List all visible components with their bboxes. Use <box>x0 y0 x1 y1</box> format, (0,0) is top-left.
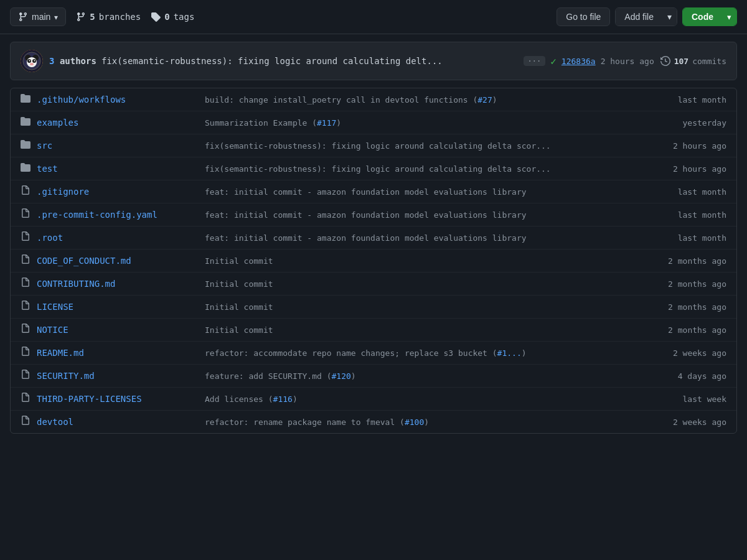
time-cell: 4 days ago <box>639 371 726 381</box>
file-name-cell: README.md <box>21 347 195 359</box>
code-button[interactable]: Code <box>683 8 722 26</box>
file-link[interactable]: NOTICE <box>37 325 68 335</box>
file-link[interactable]: .pre-commit-config.yaml <box>37 210 157 220</box>
commit-link[interactable]: #117 <box>317 118 336 128</box>
branches-icon <box>76 12 86 22</box>
commit-hash-link[interactable]: 126836a <box>561 57 596 66</box>
history-icon <box>660 56 670 66</box>
file-link[interactable]: CODE_OF_CONDUCT.md <box>37 256 131 266</box>
table-row: srcfix(semantic-robustness): fixing logi… <box>11 134 736 157</box>
time-cell: 2 months ago <box>639 325 726 335</box>
folder-icon <box>21 93 31 106</box>
time-cell: 2 weeks ago <box>639 418 726 427</box>
file-icon <box>21 254 31 267</box>
time-cell: 2 months ago <box>639 302 726 312</box>
file-link[interactable]: .root <box>37 233 63 243</box>
add-file-button[interactable]: Add file <box>616 8 662 26</box>
file-icon <box>21 347 31 359</box>
time-cell: last month <box>639 95 726 105</box>
svg-point-8 <box>34 60 35 62</box>
commit-link[interactable]: #116 <box>273 394 293 404</box>
time-cell: 2 hours ago <box>639 141 726 151</box>
file-link[interactable]: LICENSE <box>37 302 73 312</box>
commit-msg-cell: refactor: accommodate repo name changes;… <box>205 348 629 358</box>
commit-msg-cell: feat: initial commit - amazon foundation… <box>205 187 629 197</box>
authors-label: authors <box>60 56 96 66</box>
file-link[interactable]: devtool <box>37 417 73 427</box>
avatar-image <box>21 50 43 72</box>
history-label: commits <box>692 57 726 66</box>
commit-link[interactable]: #100 <box>405 418 424 427</box>
file-name-cell: SECURITY.md <box>21 370 195 382</box>
commit-history: 107 commits <box>660 56 726 66</box>
file-icon <box>21 231 31 244</box>
file-link[interactable]: THIRD-PARTY-LICENSES <box>37 394 142 404</box>
table-row: .gitignorefeat: initial commit - amazon … <box>11 180 736 203</box>
svg-point-7 <box>29 60 31 62</box>
toolbar: main 5 branches 0 tags Go to file Add fi… <box>0 0 747 34</box>
tags-link[interactable]: 0 tags <box>151 12 194 22</box>
file-table: .github/workflowsbuild: change install_p… <box>10 88 737 434</box>
time-cell: last month <box>639 210 726 220</box>
folder-icon <box>21 162 31 175</box>
file-name-cell: NOTICE <box>21 324 195 336</box>
go-to-file-button[interactable]: Go to file <box>557 7 610 26</box>
branch-count: 5 <box>90 12 95 22</box>
table-row: examplesSummarization Example (#117)yest… <box>11 111 736 134</box>
add-file-dropdown-button[interactable]: ▾ <box>662 8 677 26</box>
branch-chevron-icon <box>54 12 58 22</box>
file-name-cell: CONTRIBUTING.md <box>21 278 195 290</box>
toolbar-left: main 5 branches 0 tags <box>10 7 547 26</box>
file-link[interactable]: src <box>37 141 52 151</box>
file-icon <box>21 393 31 405</box>
branches-link[interactable]: 5 branches <box>76 12 141 22</box>
commit-authors: 3 authors <box>49 56 96 66</box>
file-name-cell: .pre-commit-config.yaml <box>21 208 195 221</box>
commit-msg-cell: Initial commit <box>205 302 629 312</box>
branches-label: branches <box>99 12 141 22</box>
commit-link[interactable]: #27 <box>477 95 492 105</box>
commit-msg-cell: feat: initial commit - amazon foundation… <box>205 233 629 243</box>
commit-msg-cell: feat: initial commit - amazon foundation… <box>205 210 629 220</box>
history-count: 107 <box>674 57 688 66</box>
table-row: devtoolrefactor: rename package name to … <box>11 411 736 433</box>
file-name-cell: test <box>21 162 195 175</box>
file-link[interactable]: .gitignore <box>37 187 89 197</box>
table-row: NOTICEInitial commit2 months ago <box>11 319 736 342</box>
code-dropdown-button[interactable]: ▾ <box>722 8 736 26</box>
svg-point-9 <box>30 63 34 65</box>
tag-icon <box>151 12 161 22</box>
file-link[interactable]: README.md <box>37 348 84 358</box>
commit-time: 2 hours ago <box>601 57 654 66</box>
authors-count: 3 <box>49 56 54 66</box>
avatar <box>21 50 43 72</box>
add-file-split-button: Add file ▾ <box>615 7 677 26</box>
branch-dropdown[interactable]: main <box>10 7 66 26</box>
file-link[interactable]: examples <box>37 118 78 128</box>
commit-msg-cell: Initial commit <box>205 256 629 266</box>
file-name-cell: examples <box>21 116 195 129</box>
table-row: .rootfeat: initial commit - amazon found… <box>11 226 736 250</box>
commit-link[interactable]: #1... <box>497 348 522 358</box>
commit-link[interactable]: #120 <box>332 371 351 381</box>
avatar-svg <box>21 50 43 72</box>
commit-msg-cell: refactor: rename package name to fmeval … <box>205 418 629 427</box>
commit-msg-cell: Summarization Example (#117) <box>205 118 629 128</box>
commit-msg-cell: Initial commit <box>205 279 629 289</box>
time-cell: 2 months ago <box>639 256 726 266</box>
table-row: .github/workflowsbuild: change install_p… <box>11 88 736 111</box>
commit-dots-button[interactable]: ··· <box>524 56 546 66</box>
commit-msg-cell: feature: add SECURITY.md (#120) <box>205 371 629 381</box>
file-link[interactable]: CONTRIBUTING.md <box>37 279 115 289</box>
file-name-cell: LICENSE <box>21 301 195 313</box>
time-cell: 2 months ago <box>639 279 726 289</box>
branch-name: main <box>32 12 50 22</box>
time-cell: last month <box>639 187 726 197</box>
table-row: testfix(semantic-robustness): fixing log… <box>11 157 736 180</box>
table-row: LICENSEInitial commit2 months ago <box>11 296 736 319</box>
file-link[interactable]: test <box>37 164 58 174</box>
file-link[interactable]: SECURITY.md <box>37 371 95 381</box>
file-icon <box>21 370 31 382</box>
file-icon <box>21 416 31 428</box>
file-link[interactable]: .github/workflows <box>37 95 126 105</box>
